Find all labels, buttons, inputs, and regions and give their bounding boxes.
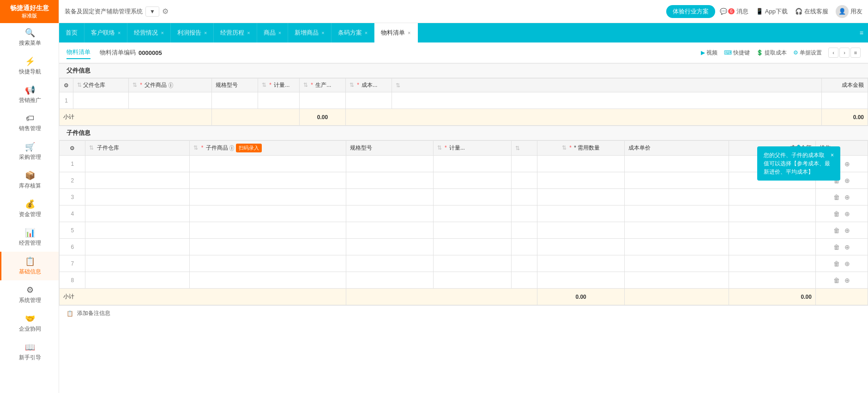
tab-profit-report[interactable]: 利润报告 × — [171, 23, 214, 42]
sidebar-item-collab[interactable]: 🤝 企业协同 — [0, 309, 59, 338]
message-action[interactable]: 💬 6 消息 — [720, 7, 748, 16]
tab-history-close[interactable]: × — [247, 30, 250, 36]
child-spec-cell[interactable] — [346, 172, 433, 189]
child-qty-cell[interactable] — [537, 272, 624, 289]
app-download-action[interactable]: 📱 App下载 — [756, 7, 788, 16]
child-product-cell[interactable] — [190, 222, 346, 239]
view-action[interactable]: ▶ 视频 — [701, 49, 717, 57]
child-spec-cell[interactable] — [346, 272, 433, 289]
delete-icon[interactable]: 🗑 — [832, 193, 841, 201]
tab-profit-report-close[interactable]: × — [204, 30, 207, 36]
tab-barcode-close[interactable]: × — [365, 30, 368, 36]
child-unitprice-cell[interactable] — [624, 156, 729, 172]
child-col-settings-header[interactable]: ⚙ — [60, 141, 85, 156]
child-unitprice-cell[interactable] — [624, 255, 729, 272]
copy-icon[interactable]: ⊕ — [843, 177, 851, 184]
child-spec-cell[interactable] — [346, 206, 433, 222]
settings-btn[interactable]: ⚙ — [162, 7, 169, 16]
tab-bom[interactable]: 物料清单 × — [374, 23, 417, 42]
child-warehouse-cell[interactable] — [85, 255, 190, 272]
child-unit-cell[interactable] — [433, 172, 511, 189]
copy-icon[interactable]: ⊕ — [843, 260, 851, 267]
child-qty-cell[interactable] — [537, 255, 624, 272]
tab-goods-close[interactable]: × — [278, 30, 281, 36]
child-qty-cell[interactable] — [537, 172, 624, 189]
child-warehouse-cell[interactable] — [85, 172, 190, 189]
child-warehouse-cell[interactable] — [85, 222, 190, 239]
title-dropdown-btn[interactable]: ▼ — [145, 6, 159, 17]
parent-cost-cell[interactable] — [346, 92, 392, 109]
child-unitprice-cell[interactable] — [624, 272, 729, 289]
tab-operation-status[interactable]: 经营情况 × — [127, 23, 170, 42]
sidebar-item-purchase[interactable]: 🛒 采购管理 — [0, 137, 59, 166]
child-qty-cell[interactable] — [537, 239, 624, 255]
child-unit-cell[interactable] — [433, 206, 511, 222]
tab-bom-close[interactable]: × — [408, 30, 410, 36]
tab-barcode[interactable]: 条码方案 × — [332, 23, 374, 42]
child-warehouse-cell[interactable] — [85, 206, 190, 222]
child-qty-cell[interactable] — [537, 206, 624, 222]
child-qty-cell[interactable] — [537, 222, 624, 239]
sub-tab-bom-list[interactable]: 物料清单 — [66, 46, 90, 59]
child-product-cell[interactable] — [190, 272, 346, 289]
child-unit-cell[interactable] — [433, 189, 511, 206]
child-unitprice-cell[interactable] — [624, 189, 729, 206]
child-product-cell[interactable] — [190, 189, 346, 206]
tab-history[interactable]: 经营历程 × — [214, 23, 257, 42]
copy-icon[interactable]: ⊕ — [843, 193, 851, 201]
sidebar-item-search[interactable]: 🔍 搜索菜单 — [0, 23, 59, 52]
delete-icon[interactable]: 🗑 — [832, 210, 841, 218]
child-spec-cell[interactable] — [346, 239, 433, 255]
menu-btn[interactable]: ≡ — [850, 48, 861, 58]
sidebar-item-basic-info[interactable]: 📋 基础信息 — [0, 252, 59, 280]
parent-production-cell[interactable] — [300, 92, 346, 109]
tab-customer[interactable]: 客户联络 × — [84, 23, 127, 42]
tab-add-goods[interactable]: 新增商品 × — [288, 23, 331, 42]
copy-icon[interactable]: ⊕ — [843, 227, 851, 234]
parent-unit-cell[interactable] — [258, 92, 300, 109]
child-qty-cell[interactable] — [537, 156, 624, 172]
online-service-action[interactable]: 🎧 在线客服 — [795, 7, 828, 16]
tab-operation-status-close[interactable]: × — [161, 30, 163, 36]
child-spec-cell[interactable] — [346, 222, 433, 239]
shortcut-action[interactable]: ⌨ 快捷键 — [724, 49, 750, 57]
child-warehouse-cell[interactable] — [85, 156, 190, 172]
child-spec-cell[interactable] — [346, 255, 433, 272]
child-unit-cell[interactable] — [433, 156, 511, 172]
child-warehouse-cell[interactable] — [85, 189, 190, 206]
child-unit-cell[interactable] — [433, 222, 511, 239]
sidebar-item-inventory[interactable]: 📦 库存核算 — [0, 166, 59, 194]
sidebar-item-finance[interactable]: 💰 资金管理 — [0, 194, 59, 223]
cost-action[interactable]: 💲 提取成本 — [756, 49, 787, 57]
child-product-cell[interactable] — [190, 172, 346, 189]
experience-button[interactable]: 体验行业方案 — [666, 5, 715, 18]
delete-icon[interactable]: 🗑 — [832, 260, 841, 267]
copy-icon[interactable]: ⊕ — [843, 160, 851, 168]
child-spec-cell[interactable] — [346, 156, 433, 172]
parent-warehouse-cell[interactable] — [73, 92, 129, 109]
child-warehouse-cell[interactable] — [85, 272, 190, 289]
next-btn[interactable]: › — [839, 48, 850, 58]
sidebar-item-sales[interactable]: 🏷 销售管理 — [0, 109, 59, 137]
tooltip-close-btn[interactable]: × — [831, 151, 834, 159]
child-unitprice-cell[interactable] — [624, 206, 729, 222]
parent-col-settings-header[interactable]: ⚙ — [60, 79, 73, 92]
delete-icon[interactable]: 🗑 — [832, 227, 841, 234]
tab-goods[interactable]: 商品 × — [257, 23, 288, 42]
prev-btn[interactable]: ‹ — [828, 48, 838, 58]
delete-icon[interactable]: 🗑 — [832, 277, 841, 284]
copy-icon[interactable]: ⊕ — [843, 243, 851, 251]
sidebar-item-marketing[interactable]: 📢 营销推广 — [0, 80, 59, 109]
child-qty-cell[interactable] — [537, 189, 624, 206]
child-unitprice-cell[interactable] — [624, 239, 729, 255]
copy-icon[interactable]: ⊕ — [843, 210, 851, 218]
close-all-tabs[interactable]: ≡ — [855, 23, 868, 42]
child-unit-cell[interactable] — [433, 239, 511, 255]
child-product-cell[interactable] — [190, 239, 346, 255]
tab-home[interactable]: 首页 — [59, 23, 84, 42]
parent-spec-cell[interactable] — [212, 92, 258, 109]
sidebar-item-quick-nav[interactable]: ⚡ 快捷导航 — [0, 52, 59, 80]
child-unit-cell[interactable] — [433, 272, 511, 289]
sidebar-item-system[interactable]: ⚙ 系统管理 — [0, 280, 59, 309]
child-product-cell[interactable] — [190, 206, 346, 222]
